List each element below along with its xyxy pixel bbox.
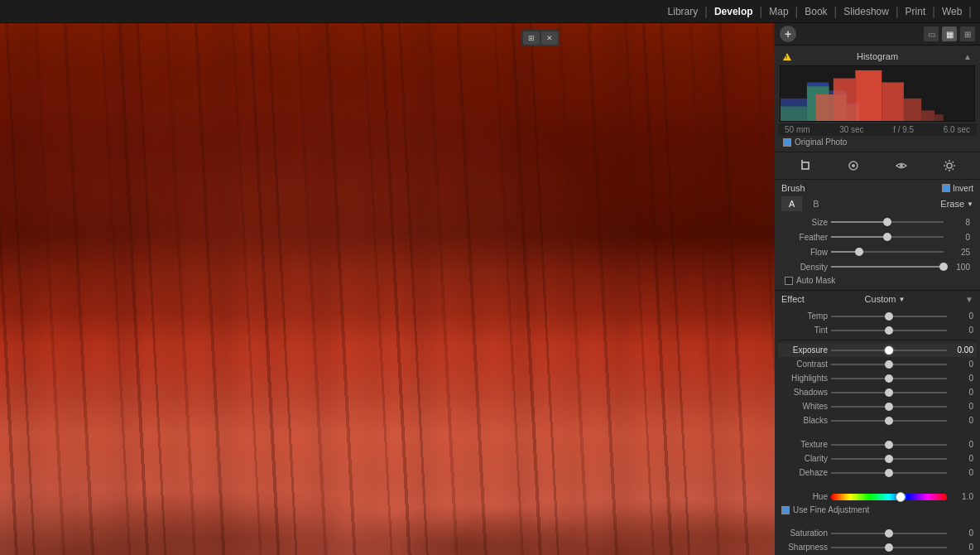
aperture: f / 9.5 bbox=[893, 125, 914, 134]
clarity-slider-row: Clarity 0 bbox=[778, 451, 977, 466]
sharpness-thumb[interactable] bbox=[885, 543, 893, 552]
tool-redeye[interactable] bbox=[892, 157, 910, 175]
highlights-label: Highlights bbox=[781, 374, 828, 383]
shadows-slider[interactable] bbox=[831, 392, 947, 393]
effect-header: Effect Custom ▼ ▼ bbox=[775, 291, 980, 307]
panel-view-btn-3[interactable]: ⊞ bbox=[960, 27, 975, 41]
size-slider[interactable] bbox=[831, 221, 944, 223]
sharpness-slider[interactable] bbox=[831, 547, 947, 548]
svg-rect-18 bbox=[803, 162, 809, 163]
texture-slider[interactable] bbox=[831, 444, 947, 446]
shadows-slider-row: Shadows 0 bbox=[778, 385, 977, 399]
texture-thumb[interactable] bbox=[885, 441, 893, 449]
temp-slider-row: Temp 0 bbox=[778, 309, 977, 323]
brush-tab-a[interactable]: A bbox=[781, 196, 802, 211]
brush-tabs: A B bbox=[781, 196, 827, 211]
saturation-slider[interactable] bbox=[831, 533, 947, 534]
saturation-thumb[interactable] bbox=[885, 529, 893, 538]
blacks-slider[interactable] bbox=[831, 420, 947, 422]
nav-item-print[interactable]: Print bbox=[899, 0, 933, 22]
dehaze-slider[interactable] bbox=[831, 472, 947, 474]
nav-item-web[interactable]: Web bbox=[935, 0, 968, 22]
tool-settings[interactable] bbox=[940, 157, 958, 175]
tool-heal[interactable] bbox=[844, 157, 862, 175]
sharpness-slider-row: Sharpness 0 bbox=[778, 540, 977, 554]
size-thumb[interactable] bbox=[883, 218, 891, 226]
histogram-header: Histogram ▲ bbox=[778, 49, 977, 64]
dehaze-label: Dehaze bbox=[781, 468, 828, 477]
svg-rect-17 bbox=[808, 163, 809, 170]
flow-label: Flow bbox=[785, 248, 828, 257]
invert-checkbox-row: Invert bbox=[942, 184, 973, 193]
hue-slider[interactable] bbox=[831, 494, 947, 500]
auto-mask-checkbox[interactable] bbox=[785, 277, 793, 285]
panel-view-btn-1[interactable]: ▭ bbox=[924, 27, 939, 41]
density-slider[interactable] bbox=[831, 266, 944, 268]
add-button[interactable]: + bbox=[780, 26, 796, 42]
contrast-slider-row: Contrast 0 bbox=[778, 357, 977, 371]
texture-value: 0 bbox=[950, 440, 973, 449]
feather-thumb[interactable] bbox=[883, 233, 891, 241]
nav-item-map[interactable]: Map bbox=[762, 0, 795, 22]
temp-thumb[interactable] bbox=[885, 312, 893, 321]
effect-label: Effect bbox=[781, 294, 805, 304]
clarity-thumb[interactable] bbox=[885, 455, 893, 463]
saturation-slider-row: Saturation 0 bbox=[778, 526, 977, 540]
sharpness-label: Sharpness bbox=[781, 543, 828, 552]
use-fine-checkbox[interactable] bbox=[781, 506, 790, 514]
tint-slider[interactable] bbox=[831, 330, 947, 331]
mini-btn-2[interactable]: ✕ bbox=[541, 31, 558, 45]
exposure-thumb[interactable] bbox=[885, 346, 893, 355]
svg-rect-8 bbox=[816, 94, 833, 121]
original-photo-row: Original Photo bbox=[778, 136, 977, 148]
histogram-chevron: ▲ bbox=[963, 52, 972, 61]
tint-thumb[interactable] bbox=[885, 326, 893, 335]
nav-item-develop[interactable]: Develop bbox=[708, 0, 760, 22]
temp-slider[interactable] bbox=[831, 316, 947, 317]
exposure-slider[interactable] bbox=[831, 350, 947, 351]
density-label: Density bbox=[785, 263, 828, 272]
erase-dropdown[interactable]: Erase ▼ bbox=[940, 199, 973, 209]
photo-area[interactable]: ⊞ ✕ bbox=[0, 23, 775, 555]
contrast-thumb[interactable] bbox=[885, 360, 893, 369]
dehaze-thumb[interactable] bbox=[885, 469, 893, 477]
nav-item-slideshow[interactable]: Slideshow bbox=[837, 0, 896, 22]
tool-crop[interactable] bbox=[796, 157, 814, 175]
highlights-thumb[interactable] bbox=[885, 374, 893, 383]
size-fill bbox=[831, 221, 887, 223]
whites-thumb[interactable] bbox=[885, 403, 893, 411]
flow-slider[interactable] bbox=[831, 251, 944, 253]
feather-slider-row: Feather 0 bbox=[781, 229, 973, 244]
flow-slider-row: Flow 25 bbox=[781, 244, 973, 259]
erase-chevron-icon: ▼ bbox=[967, 200, 973, 208]
clarity-slider[interactable] bbox=[831, 458, 947, 460]
feather-slider[interactable] bbox=[831, 236, 944, 238]
hue-thumb[interactable] bbox=[896, 492, 906, 502]
effect-chevron-icon: ▼ bbox=[899, 296, 906, 303]
invert-checkbox[interactable] bbox=[942, 184, 950, 192]
panel-view-btn-2[interactable]: ▦ bbox=[942, 27, 957, 41]
blacks-thumb[interactable] bbox=[885, 417, 893, 425]
svg-point-22 bbox=[947, 163, 952, 168]
original-photo-checkbox[interactable] bbox=[783, 138, 791, 147]
nav-item-library[interactable]: Library bbox=[661, 0, 705, 22]
contrast-value: 0 bbox=[950, 360, 973, 369]
shadows-thumb[interactable] bbox=[885, 388, 893, 397]
brush-title: Brush bbox=[781, 183, 805, 193]
highlights-slider[interactable] bbox=[831, 378, 947, 379]
effect-section-chevron: ▼ bbox=[965, 295, 973, 304]
density-thumb[interactable] bbox=[939, 263, 948, 271]
texture-label: Texture bbox=[781, 440, 828, 449]
effect-preset-dropdown[interactable]: Custom ▼ bbox=[865, 294, 906, 304]
dehaze-slider-row: Dehaze 0 bbox=[778, 466, 977, 480]
flow-thumb[interactable] bbox=[855, 248, 863, 256]
contrast-slider[interactable] bbox=[831, 364, 947, 365]
saturation-label: Saturation bbox=[781, 528, 828, 538]
nav-item-book[interactable]: Book bbox=[798, 0, 833, 22]
whites-slider[interactable] bbox=[831, 406, 947, 408]
brush-tab-b[interactable]: B bbox=[805, 196, 826, 211]
invert-label: Invert bbox=[953, 184, 973, 193]
use-fine-label: Use Fine Adjustment bbox=[793, 505, 869, 514]
mini-btn-1[interactable]: ⊞ bbox=[523, 31, 540, 45]
histogram-canvas bbox=[780, 65, 975, 122]
